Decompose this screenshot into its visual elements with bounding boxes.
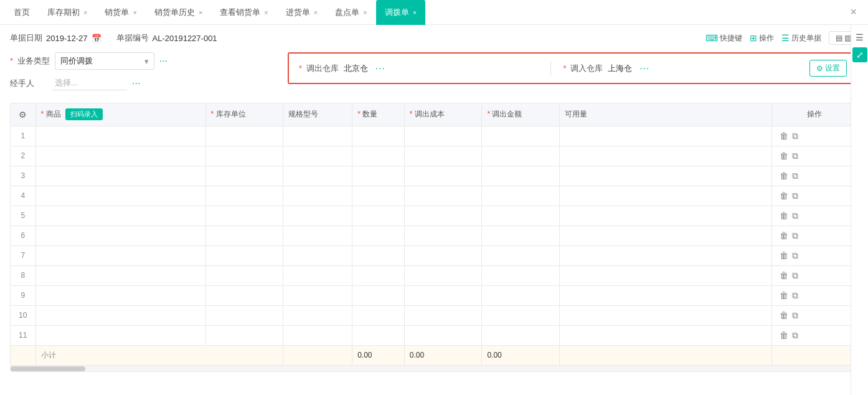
copy-icon[interactable]: ⧉ <box>792 131 798 141</box>
out-wh-required-star: * <box>299 64 302 73</box>
warehouse-section: * 调出仓库 北京仓 ··· * 调入仓库 上海仓 ··· <box>288 52 858 84</box>
copy-icon[interactable]: ⧉ <box>792 290 798 301</box>
table-row: 7 🗑⧉ <box>11 245 857 265</box>
tab-purchase[interactable]: 进货单 × <box>277 0 326 25</box>
biz-type-field: * 业务类型 同价调拨 ▾ ··· <box>10 52 278 70</box>
shortcuts-action[interactable]: ⌨ 快捷键 <box>705 33 742 44</box>
sidebar-list-icon[interactable]: ☰ <box>852 30 867 45</box>
history-label: 历史单据 <box>791 33 821 44</box>
delete-icon[interactable]: 🗑 <box>780 330 788 340</box>
header-actions: ⌨ 快捷键 ⊞ 操作 ☰ 历史单据 ▤ ▥ <box>705 31 858 45</box>
view-settings-icon: ▤ <box>836 34 842 42</box>
tab-view-sales-close[interactable]: × <box>264 9 268 16</box>
handler-label: 经手人 <box>10 78 47 89</box>
table-row: 8 🗑⧉ <box>11 265 857 285</box>
col-unit: * 库存单位 <box>205 103 283 126</box>
biz-type-label: * 业务类型 <box>10 55 50 67</box>
table-row: 4 🗑⧉ <box>11 186 857 206</box>
in-warehouse-label: * 调入仓库 <box>564 63 603 74</box>
copy-icon[interactable]: ⧉ <box>792 151 798 161</box>
tab-transfer-close[interactable]: × <box>413 9 417 16</box>
operations-action[interactable]: ⊞ 操作 <box>750 33 774 44</box>
tab-inventory[interactable]: 盘点单 × <box>326 0 375 25</box>
copy-icon[interactable]: ⧉ <box>792 171 798 181</box>
delete-icon[interactable]: 🗑 <box>780 270 788 280</box>
delete-icon[interactable]: 🗑 <box>780 191 788 201</box>
calendar-icon[interactable]: 📅 <box>92 34 101 43</box>
biz-type-required-star: * <box>10 56 13 65</box>
handler-select[interactable]: 选择... <box>52 76 127 90</box>
biz-type-select[interactable]: 同价调拨 ▾ <box>55 52 154 70</box>
warehouse-settings-button[interactable]: ⚙ 设置 <box>809 60 847 77</box>
tab-purchase-label: 进货单 <box>286 7 310 18</box>
in-wh-required-star: * <box>564 64 567 73</box>
table-row: 2 🗑⧉ <box>11 146 857 166</box>
tab-home[interactable]: 首页 <box>5 0 39 25</box>
sidebar-expand-icon[interactable]: ⤢ <box>852 47 867 62</box>
form-section: * 业务类型 同价调拨 ▾ ··· 经手人 选择... <box>10 52 858 97</box>
delete-icon[interactable]: 🗑 <box>780 131 788 141</box>
subtotal-amount: 0.00 <box>487 351 501 359</box>
col-operation: 操作 <box>772 103 857 126</box>
subtotal-cost: 0.00 <box>410 351 424 359</box>
operations-icon: ⊞ <box>750 33 757 43</box>
tab-sales-order-close[interactable]: × <box>133 9 136 16</box>
biz-type-more[interactable]: ··· <box>159 55 167 67</box>
tab-sales-order[interactable]: 销货单 × <box>96 0 145 25</box>
main-content: 单据日期 2019-12-27 📅 单据编号 AL-20191227-001 ⌨… <box>0 25 868 395</box>
delete-icon[interactable]: 🗑 <box>780 290 788 300</box>
tab-sales-order-label: 销货单 <box>105 7 129 18</box>
horizontal-scrollbar[interactable] <box>11 365 857 371</box>
scan-button[interactable]: 扫码录入 <box>65 108 103 120</box>
data-table: ⚙ * 商品 扫码录入 * 库存单位 规格型号 * <box>11 103 857 365</box>
biz-type-arrow: ▾ <box>144 57 149 66</box>
tab-view-sales-label: 查看销货单 <box>220 7 260 18</box>
form-left: * 业务类型 同价调拨 ▾ ··· 经手人 选择... <box>10 52 278 97</box>
tab-stock-init[interactable]: 库存期初 × <box>39 0 96 25</box>
tab-stock-init-close[interactable]: × <box>83 9 87 16</box>
tab-inventory-close[interactable]: × <box>363 9 367 16</box>
table-row: 9 🗑⧉ <box>11 285 857 305</box>
copy-icon[interactable]: ⧉ <box>792 330 798 341</box>
delete-icon[interactable]: 🗑 <box>780 231 788 240</box>
delete-icon[interactable]: 🗑 <box>780 250 788 260</box>
tab-purchase-close[interactable]: × <box>314 9 318 16</box>
main-wrapper: 单据日期 2019-12-27 📅 单据编号 AL-20191227-001 ⌨… <box>0 25 868 395</box>
table-header-row: ⚙ * 商品 扫码录入 * 库存单位 规格型号 * <box>11 103 857 126</box>
copy-icon[interactable]: ⧉ <box>792 250 798 261</box>
table-row: 10 🗑⧉ <box>11 305 857 325</box>
tab-stock-init-label: 库存期初 <box>47 7 80 18</box>
table-row: 3 🗑⧉ <box>11 166 857 186</box>
handler-more[interactable]: ··· <box>132 78 140 89</box>
out-warehouse-more[interactable]: ··· <box>375 63 385 74</box>
delete-icon[interactable]: 🗑 <box>780 171 788 181</box>
tab-inventory-label: 盘点单 <box>335 7 359 18</box>
tab-sales-history[interactable]: 销货单历史 × <box>146 0 211 25</box>
copy-icon[interactable]: ⧉ <box>792 310 798 321</box>
column-settings-icon[interactable]: ⚙ <box>19 110 27 120</box>
copy-icon[interactable]: ⧉ <box>792 211 798 221</box>
col-gear[interactable]: ⚙ <box>11 103 35 126</box>
delete-icon[interactable]: 🗑 <box>780 310 788 320</box>
wh-divider <box>550 61 551 76</box>
tab-view-sales[interactable]: 查看销货单 × <box>211 0 276 25</box>
tab-sales-history-close[interactable]: × <box>199 9 202 16</box>
history-action[interactable]: ☰ 历史单据 <box>781 33 821 44</box>
out-warehouse-label: * 调出仓库 <box>299 63 339 74</box>
delete-icon[interactable]: 🗑 <box>780 151 788 161</box>
tab-transfer[interactable]: 调拨单 × <box>376 0 425 25</box>
out-warehouse-value: 北京仓 <box>344 63 368 74</box>
operations-label: 操作 <box>759 33 774 44</box>
doc-date-field: 单据日期 2019-12-27 📅 <box>10 32 101 44</box>
copy-icon[interactable]: ⧉ <box>792 231 798 241</box>
doc-num-value: AL-20191227-001 <box>153 34 217 43</box>
in-warehouse-more[interactable]: ··· <box>639 63 649 74</box>
window-close-button[interactable]: × <box>844 6 863 19</box>
in-warehouse-value: 上海仓 <box>608 63 632 74</box>
delete-icon[interactable]: 🗑 <box>780 211 788 221</box>
hscroll-thumb[interactable] <box>11 366 85 371</box>
subtotal-label: 小计 <box>41 351 56 359</box>
copy-icon[interactable]: ⧉ <box>792 191 798 201</box>
doc-num-field: 单据编号 AL-20191227-001 <box>116 32 217 44</box>
copy-icon[interactable]: ⧉ <box>792 270 798 281</box>
